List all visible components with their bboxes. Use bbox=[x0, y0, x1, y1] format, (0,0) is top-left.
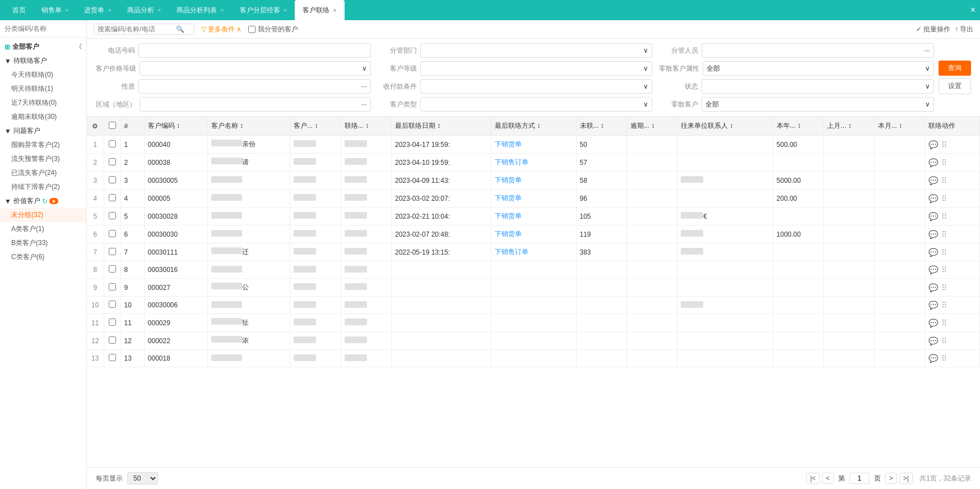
row-check[interactable] bbox=[104, 172, 120, 190]
more-conditions-btn[interactable]: ▽ 更多条件 ∧ bbox=[201, 25, 241, 34]
code-th[interactable]: 客户编码 ↕ bbox=[144, 117, 207, 136]
row-check[interactable] bbox=[104, 297, 120, 314]
region-select[interactable]: ··· bbox=[140, 97, 371, 112]
more-icon[interactable]: ⠿ bbox=[941, 158, 947, 167]
close-sales-tab[interactable]: × bbox=[65, 7, 68, 13]
sidebar-item-class-c[interactable]: C类客户(6) bbox=[0, 250, 86, 264]
more-icon[interactable]: ⠿ bbox=[941, 265, 947, 274]
more-icon[interactable]: ⠿ bbox=[941, 230, 947, 239]
sidebar-group-value[interactable]: ▼ 价值客户 ↻ ● bbox=[0, 194, 86, 208]
collapse-icon[interactable]: 《 bbox=[76, 43, 82, 51]
last-contact-method-th[interactable]: 最后联络方式 ↕ bbox=[491, 117, 576, 136]
close-product-analysis-list-tab[interactable]: × bbox=[220, 7, 224, 13]
batch-operation-btn[interactable]: ✓ 批量操作 bbox=[916, 25, 950, 34]
main-search-icon[interactable]: 🔍 bbox=[176, 25, 184, 33]
export-btn[interactable]: ↑ 导出 bbox=[955, 25, 973, 34]
chat-icon[interactable]: 💬 bbox=[928, 319, 938, 327]
more-icon[interactable]: ⠿ bbox=[941, 194, 947, 203]
customer-level-select[interactable]: ∨ bbox=[420, 61, 653, 76]
sidebar-item-class-b[interactable]: B类客户(33) bbox=[0, 236, 86, 250]
more-icon[interactable]: ⠿ bbox=[941, 301, 947, 310]
chat-icon[interactable]: 💬 bbox=[928, 230, 938, 239]
settings-th[interactable]: ⚙ bbox=[87, 117, 104, 136]
retail-select[interactable]: 全部 ∨ bbox=[702, 97, 934, 112]
status-select[interactable]: ∨ bbox=[702, 79, 934, 94]
tab-product-analysis[interactable]: 商品分析 × bbox=[119, 0, 169, 20]
contact-method-link[interactable]: 下销货单 bbox=[495, 194, 522, 202]
row-check[interactable] bbox=[104, 332, 120, 350]
contact-method-link[interactable]: 下销货单 bbox=[495, 140, 522, 148]
chat-icon[interactable]: 💬 bbox=[928, 158, 938, 167]
row-checkbox[interactable] bbox=[109, 158, 116, 165]
my-customers-check[interactable]: 我分管的客户 bbox=[248, 25, 298, 34]
sidebar-item-churn-warning[interactable]: 流失预警客户(3) bbox=[0, 152, 86, 166]
row-check[interactable] bbox=[104, 190, 120, 207]
contact-method-link[interactable]: 下销货单 bbox=[495, 230, 522, 238]
next-page-btn[interactable]: > bbox=[885, 473, 897, 484]
more-icon[interactable]: ⠿ bbox=[941, 319, 947, 327]
price-level-select[interactable]: ∨ bbox=[140, 61, 371, 76]
row-checkbox[interactable] bbox=[109, 140, 116, 147]
row-check[interactable] bbox=[104, 243, 120, 261]
close-customer-contact-tab[interactable]: × bbox=[333, 7, 336, 13]
contact-method-link[interactable]: 下销售订单 bbox=[495, 158, 528, 166]
refresh-icon[interactable]: ↻ bbox=[42, 197, 48, 205]
sidebar-item-hoarding[interactable]: 囤购异常客户(2) bbox=[0, 138, 86, 152]
sidebar-item-7days[interactable]: 近7天待联络(0) bbox=[0, 96, 86, 110]
close-product-analysis-tab[interactable]: × bbox=[157, 7, 161, 13]
partner-contact-th[interactable]: 往来单位联系人 ↕ bbox=[677, 117, 773, 136]
chat-icon[interactable]: 💬 bbox=[928, 140, 938, 149]
chat-icon[interactable]: 💬 bbox=[928, 283, 938, 292]
row-check[interactable] bbox=[104, 279, 120, 297]
last-contact-date-th[interactable]: 最后联络日期 ↕ bbox=[391, 117, 491, 136]
main-search-input[interactable] bbox=[97, 25, 176, 33]
retail-attr-select[interactable]: 全部 ∨ bbox=[703, 61, 934, 76]
last-page-btn[interactable]: >| bbox=[899, 473, 913, 484]
this-month-th[interactable]: 本月... ↕ bbox=[874, 117, 925, 136]
more-icon[interactable]: ⠿ bbox=[941, 140, 947, 149]
query-button[interactable]: 查询 bbox=[939, 61, 971, 76]
sidebar-item-today[interactable]: 今天待联络(0) bbox=[0, 68, 86, 82]
row-check[interactable] bbox=[104, 207, 120, 225]
row-checkbox[interactable] bbox=[109, 283, 116, 290]
overdue-th[interactable]: 逾期... ↕ bbox=[626, 117, 677, 136]
type-th[interactable]: 客户... ↕ bbox=[290, 117, 341, 136]
this-year-th[interactable]: 本年... ↕ bbox=[773, 117, 823, 136]
tab-product-analysis-list[interactable]: 商品分析列表 × bbox=[169, 0, 231, 20]
row-checkbox[interactable] bbox=[109, 194, 116, 201]
customer-type-select[interactable]: ∨ bbox=[420, 97, 653, 112]
row-check[interactable] bbox=[104, 136, 120, 154]
sidebar-item-churned[interactable]: 已流失客户(24) bbox=[0, 166, 86, 180]
sidebar-search-input[interactable] bbox=[4, 25, 87, 33]
sidebar-item-tomorrow[interactable]: 明天待联络(1) bbox=[0, 82, 86, 96]
row-check[interactable] bbox=[104, 350, 120, 367]
row-checkbox[interactable] bbox=[109, 212, 116, 219]
reset-button[interactable]: 设置 bbox=[939, 78, 971, 94]
page-size-select[interactable]: 50 20 100 bbox=[127, 472, 158, 485]
row-checkbox[interactable] bbox=[109, 230, 116, 237]
more-icon[interactable]: ⠿ bbox=[941, 212, 947, 221]
more-icon[interactable]: ⠿ bbox=[941, 354, 947, 363]
name-th[interactable]: 客户名称 ↕ bbox=[207, 117, 290, 136]
close-customer-segment-tab[interactable]: × bbox=[284, 7, 287, 13]
chat-icon[interactable]: 💬 bbox=[928, 336, 938, 345]
chat-icon[interactable]: 💬 bbox=[928, 176, 938, 185]
tab-bar-close[interactable]: × bbox=[970, 5, 976, 15]
row-check[interactable] bbox=[104, 261, 120, 279]
row-checkbox[interactable] bbox=[109, 176, 116, 183]
more-icon[interactable]: ⠿ bbox=[941, 283, 947, 292]
row-checkbox[interactable] bbox=[109, 248, 116, 255]
row-checkbox[interactable] bbox=[109, 336, 116, 344]
chat-icon[interactable]: 💬 bbox=[928, 301, 938, 310]
row-checkbox[interactable] bbox=[109, 319, 116, 326]
sidebar-item-declining[interactable]: 持续下滑客户(2) bbox=[0, 180, 86, 194]
payment-select[interactable]: ∨ bbox=[420, 79, 653, 94]
page-input[interactable] bbox=[849, 473, 870, 484]
prev-page-btn[interactable]: < bbox=[822, 473, 834, 484]
sidebar-group-problem[interactable]: ▼ 问题客户 bbox=[0, 124, 86, 138]
chat-icon[interactable]: 💬 bbox=[928, 194, 938, 203]
more-icon[interactable]: ⠿ bbox=[941, 336, 947, 345]
row-checkbox[interactable] bbox=[109, 265, 116, 273]
check-th[interactable] bbox=[104, 117, 120, 136]
chat-icon[interactable]: 💬 bbox=[928, 248, 938, 257]
